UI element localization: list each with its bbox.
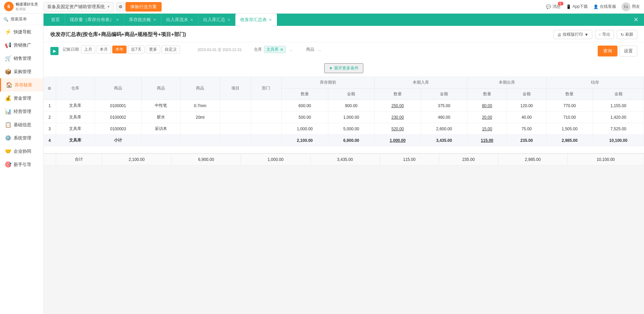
tab-label: 库存批次账 [129, 17, 151, 23]
th-out-qty: 数量 [467, 88, 507, 100]
filter-toggle-button[interactable]: ▶ [50, 47, 59, 55]
goods-label: 商品 [306, 47, 314, 52]
sidebar-item-kucun[interactable]: 🏠 库存核算 [0, 78, 43, 92]
row-out-qty[interactable]: 20.00 [467, 112, 507, 123]
user-profile[interactable]: Ea 用友 [622, 2, 640, 11]
th-project: 项目 [220, 77, 251, 100]
tab-shoufacun[interactable]: 收发存汇总表 ✕ [235, 14, 277, 26]
row-out-qty[interactable]: 15.00 [467, 123, 507, 135]
print-icon: 🖨 [557, 32, 561, 37]
row-project [220, 123, 251, 135]
sidebar-item-qiye[interactable]: 🤝 企业协同 [0, 145, 43, 158]
warehouse-filter-group: 仓库 文具库 ✕ ... [254, 46, 294, 53]
system-dropdown[interactable]: 装备及固定资产辅助管理系统 ▼ [44, 2, 114, 12]
total-label: 合计 [56, 154, 102, 165]
message-button[interactable]: 💬 消息 6 [546, 4, 561, 10]
sidebar-item-kuaijie[interactable]: ⚡ 快捷导航 [0, 25, 43, 38]
tab-home[interactable]: 首页 [46, 14, 65, 26]
row-dept [251, 100, 282, 112]
tab-stock[interactable]: 现存量（库存分布表） ✕ [65, 14, 124, 26]
tab-close-icon[interactable]: ✕ [190, 18, 193, 22]
export-button[interactable]: ↑ 导出 [595, 30, 614, 39]
goods-more-button[interactable]: ... [316, 47, 323, 52]
date-btn-more[interactable]: 更多 [146, 46, 160, 53]
total-open-amt: 6,900.00 [171, 154, 241, 165]
nav-icon: 🎯 [5, 161, 11, 168]
page-title: 收发存汇总表(按仓库+商品编码+商品+规格型号+项目+部门) [50, 31, 186, 38]
app-download-button[interactable]: 📱 App下载 [566, 4, 588, 10]
total-in-amt: 3,435.00 [310, 154, 380, 165]
logo-icon: 6 [4, 2, 14, 11]
trial-button[interactable]: 体验行业方案 [126, 2, 162, 12]
service-icon: 👤 [593, 4, 598, 9]
tab-batch[interactable]: 库存批次账 ✕ [124, 14, 161, 26]
subtotal-warehouse: 文具库 [56, 135, 95, 146]
warehouse-tag[interactable]: 文具库 ✕ [264, 46, 286, 53]
data-table: ⚙ 仓库 商品 商品 商品 项目 部门 库存期初 本期入库 本期出库 [44, 77, 644, 146]
query-button[interactable]: 查询 [598, 46, 617, 56]
tab-close-icon[interactable]: ✕ [227, 18, 230, 22]
th-in-qty: 数量 [375, 88, 421, 100]
online-service-button[interactable]: 👤 在线客服 [593, 4, 616, 10]
sidebar-item-jichu[interactable]: 📋 基础信息 [0, 118, 43, 131]
dropdown-icon: ▼ [584, 32, 589, 37]
sidebar-item-label: 系统管理 [14, 135, 31, 141]
th-out-group: 本期出库 [467, 77, 547, 88]
search-icon: 🔍 [3, 17, 9, 22]
top-bar: 6 畅捷通好生意 标准版 装备及固定资产辅助管理系统 ▼ ⚙ 体验行业方案 💬 … [0, 0, 644, 14]
tab-bar: 首页 现存量（库存分布表） ✕ 库存批次账 ✕ 出入库流水 ✕ 出入库汇总 ✕ [44, 14, 644, 26]
sidebar-item-label: 资金管理 [14, 95, 31, 101]
row-open-amt: 900.00 [328, 100, 374, 112]
expand-conditions-button[interactable]: ▼ 展开更多条件 [324, 63, 364, 73]
date-btn-this-year[interactable]: 本年 [112, 46, 127, 53]
subtotal-bal-amt: 10,100.00 [593, 135, 644, 146]
gear-button[interactable]: ⚙ [116, 2, 126, 12]
nav-icon: 💰 [5, 95, 11, 101]
tab-close-icon[interactable]: ✕ [153, 18, 156, 22]
date-btn-this-month[interactable]: 本月 [97, 46, 111, 53]
sidebar-item-xitong[interactable]: ⚙️ 系统管理 [0, 131, 43, 145]
row-out-qty[interactable]: 80.00 [467, 100, 507, 112]
row-in-qty[interactable]: 230.00 [375, 112, 421, 123]
sidebar-item-label: 企业协同 [14, 148, 31, 154]
row-in-qty[interactable]: 250.00 [375, 100, 421, 112]
row-spec: 0.7mm [180, 100, 220, 112]
subtotal-label: 小计 [95, 135, 141, 146]
close-all-tabs-button[interactable]: ✕ [631, 16, 641, 23]
tab-label: 首页 [51, 17, 60, 23]
row-project [220, 112, 251, 123]
date-btn-7days[interactable]: 近7天 [128, 46, 145, 53]
message-badge: 6 [558, 2, 563, 5]
row-no: 2 [44, 112, 56, 123]
sidebar-item-yingxiao[interactable]: 📢 营销推广 [0, 38, 43, 52]
tab-summary[interactable]: 出入库汇总 ✕ [198, 14, 235, 26]
date-btn-custom[interactable]: 自定义 [162, 46, 180, 53]
sidebar-item-xiaoshou[interactable]: 🛒 销售管理 [0, 52, 43, 65]
th-in-group: 本期入库 [375, 77, 467, 88]
sidebar-item-xinshou[interactable]: 🎯 新手引导 [0, 158, 43, 171]
warehouse-more-button[interactable]: ... [288, 47, 294, 52]
row-bal-amt: 7,525.00 [593, 123, 644, 135]
sidebar-item-zijin[interactable]: 💰 资金管理 [0, 92, 43, 105]
message-icon: 💬 [546, 4, 551, 9]
row-project [220, 100, 251, 112]
th-bal-qty: 数量 [546, 88, 593, 100]
row-bal-qty: 710.00 [546, 112, 593, 123]
date-btn-last-month[interactable]: 上月 [81, 46, 95, 53]
tab-flow[interactable]: 出入库流水 ✕ [161, 14, 198, 26]
filter-section: ▶ 记账日期 上月 本月 本年 近7天 更多 自定义 [44, 42, 644, 60]
settings-button[interactable]: 设置 [620, 46, 637, 56]
warehouse-value: 文具库 [266, 47, 279, 52]
tab-close-icon[interactable]: ✕ [269, 18, 272, 22]
remove-warehouse-icon[interactable]: ✕ [280, 47, 283, 52]
search-menu-item[interactable]: 🔍 搜索菜单 [0, 14, 43, 25]
nav-icon: ⚡ [5, 29, 11, 35]
refresh-button[interactable]: ↻ 刷新 [617, 30, 637, 39]
th-in-amt: 金额 [421, 88, 467, 100]
sidebar-item-jingying[interactable]: 📊 经营管理 [0, 105, 43, 118]
nav-icon: ⚙️ [5, 135, 11, 141]
print-button[interactable]: 🖨 按模版打印 ▼ [554, 30, 592, 39]
tab-close-icon[interactable]: ✕ [116, 18, 119, 22]
row-in-qty[interactable]: 520.00 [375, 123, 421, 135]
sidebar-item-caigou[interactable]: 📦 采购管理 [0, 65, 43, 78]
